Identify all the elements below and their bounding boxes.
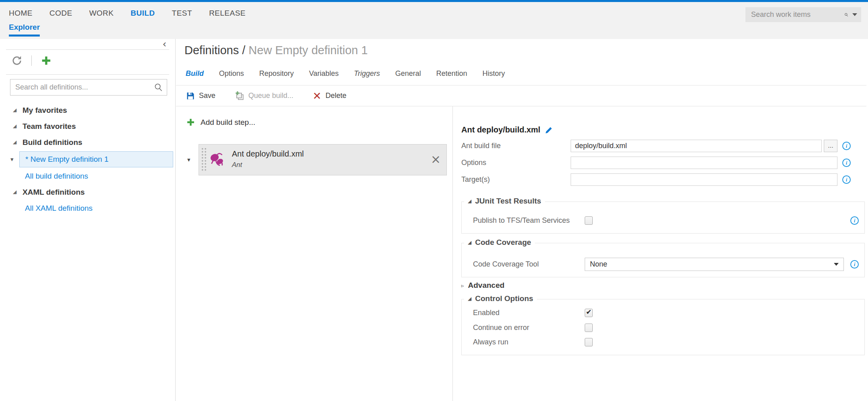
field-label: Always run bbox=[473, 338, 585, 346]
new-definition-icon[interactable] bbox=[41, 55, 52, 66]
tree-node-new-empty-definition[interactable]: * New Empty definition 1 bbox=[19, 151, 173, 167]
expander-icon[interactable]: ◢ bbox=[13, 123, 16, 129]
tree-node-label: Team favorites bbox=[23, 122, 76, 131]
tab-build[interactable]: Build bbox=[185, 68, 205, 79]
step-settings-title: Ant deploy/build.xml bbox=[461, 125, 540, 134]
queue-build-button[interactable]: Queue build... bbox=[235, 91, 293, 101]
field-label: Enabled bbox=[473, 309, 585, 317]
add-icon bbox=[186, 118, 195, 127]
tab-history[interactable]: History bbox=[482, 68, 506, 79]
rename-pencil-icon[interactable] bbox=[545, 126, 553, 134]
definition-editor: Definitions / New Empty definition 1 Bui… bbox=[176, 39, 868, 401]
nav-item-build[interactable]: BUILD bbox=[131, 9, 155, 18]
collapse-sidebar-icon[interactable]: ‹ bbox=[162, 40, 166, 49]
info-icon[interactable]: i bbox=[850, 260, 859, 269]
tree-node-all-build-definitions[interactable]: All build definitions bbox=[0, 168, 175, 184]
tab-explorer[interactable]: Explorer bbox=[9, 23, 40, 37]
save-button[interactable]: Save bbox=[186, 92, 215, 100]
build-step-type: Ant bbox=[232, 161, 242, 169]
pane-divider bbox=[452, 106, 453, 401]
expander-icon[interactable]: ◢ bbox=[13, 189, 16, 195]
nav-item-home[interactable]: HOME bbox=[9, 9, 33, 18]
definition-search-input[interactable] bbox=[15, 83, 154, 92]
info-icon[interactable]: i bbox=[842, 142, 851, 150]
refresh-icon[interactable] bbox=[11, 55, 23, 66]
code-coverage-tool-select[interactable]: None bbox=[585, 258, 844, 271]
continue-on-error-row: Continue on error bbox=[473, 324, 859, 332]
publish-to-tfs-checkbox[interactable] bbox=[585, 216, 593, 225]
field-label: Continue on error bbox=[473, 324, 585, 332]
build-step-card[interactable]: Ant deploy/build.xml Ant × bbox=[199, 144, 447, 175]
browse-button[interactable]: ... bbox=[824, 140, 837, 152]
tree-node-label: XAML definitions bbox=[23, 188, 85, 197]
options-row: Options i bbox=[461, 157, 851, 169]
add-build-step-button[interactable]: Add build step... bbox=[186, 118, 255, 127]
field-label: Code Coverage Tool bbox=[473, 260, 585, 269]
always-run-checkbox[interactable] bbox=[585, 338, 593, 346]
step-expander-icon[interactable]: ▾ bbox=[187, 156, 190, 163]
tree-node-label: My favorites bbox=[23, 106, 67, 115]
search-icon[interactable] bbox=[844, 10, 848, 19]
add-build-step-label: Add build step... bbox=[201, 118, 255, 127]
tab-retention[interactable]: Retention bbox=[436, 68, 468, 79]
enabled-checkbox[interactable] bbox=[585, 309, 593, 317]
control-options-section-header[interactable]: ◢ Control Options bbox=[464, 294, 537, 303]
selected-option: None bbox=[590, 260, 607, 269]
definition-toolbar: Save Queue build... ✕ Delete bbox=[176, 85, 866, 106]
breadcrumb-section[interactable]: Definitions / bbox=[184, 44, 246, 57]
nav-item-test[interactable]: TEST bbox=[172, 9, 192, 18]
divider bbox=[6, 49, 169, 50]
tree-node-team-favorites[interactable]: ◢ Team favorites bbox=[0, 118, 175, 134]
tab-triggers[interactable]: Triggers bbox=[353, 68, 381, 79]
dropdown-caret-icon bbox=[834, 263, 839, 266]
section-expander-icon[interactable]: ▹ bbox=[461, 283, 464, 289]
tree-node-my-favorites[interactable]: ◢ My favorites bbox=[0, 102, 175, 118]
info-icon[interactable]: i bbox=[850, 216, 859, 225]
tree-node-label: All XAML definitions bbox=[25, 204, 92, 213]
junit-section: ◢ JUnit Test Results Publish to TFS/Team… bbox=[461, 202, 865, 234]
ant-build-file-input[interactable] bbox=[571, 140, 822, 152]
delete-button[interactable]: ✕ Delete bbox=[313, 92, 346, 100]
expander-icon[interactable]: ◢ bbox=[13, 107, 16, 113]
tree-node-label: * New Empty definition 1 bbox=[25, 155, 108, 164]
expander-icon[interactable]: ◢ bbox=[13, 139, 16, 145]
section-expander-icon[interactable]: ◢ bbox=[468, 296, 471, 301]
code-coverage-section-header[interactable]: ◢ Code Coverage bbox=[464, 238, 535, 247]
advanced-section-header[interactable]: ▹ Advanced bbox=[461, 281, 504, 290]
expander-icon[interactable]: ▾ bbox=[10, 156, 14, 163]
tree-node-xaml-definitions[interactable]: ◢ XAML definitions bbox=[0, 184, 175, 200]
section-expander-icon[interactable]: ◢ bbox=[468, 198, 471, 204]
info-icon[interactable]: i bbox=[842, 159, 851, 167]
continue-on-error-checkbox[interactable] bbox=[585, 324, 593, 332]
work-item-search-input[interactable] bbox=[751, 10, 844, 19]
top-header: HOME CODE WORK BUILD TEST RELEASE Explor… bbox=[0, 2, 868, 39]
section-title: JUnit Test Results bbox=[475, 197, 541, 206]
targets-input[interactable] bbox=[571, 173, 837, 186]
nav-item-release[interactable]: RELEASE bbox=[209, 9, 246, 18]
tree-node-all-xaml-definitions[interactable]: All XAML definitions bbox=[0, 200, 175, 216]
section-expander-icon[interactable]: ◢ bbox=[468, 240, 471, 245]
queue-build-label: Queue build... bbox=[248, 92, 293, 100]
junit-section-header[interactable]: ◢ JUnit Test Results bbox=[464, 197, 545, 206]
delete-icon: ✕ bbox=[313, 92, 321, 100]
info-icon[interactable]: i bbox=[842, 175, 851, 184]
nav-item-code[interactable]: CODE bbox=[49, 9, 72, 18]
remove-step-icon[interactable]: × bbox=[431, 152, 441, 166]
work-item-search[interactable] bbox=[745, 7, 861, 22]
tab-options[interactable]: Options bbox=[218, 68, 245, 79]
options-input[interactable] bbox=[571, 157, 837, 169]
tab-repository[interactable]: Repository bbox=[258, 68, 295, 79]
control-options-section: ◢ Control Options Enabled Continue on er… bbox=[461, 299, 865, 355]
nav-item-work[interactable]: WORK bbox=[89, 9, 114, 18]
code-coverage-section: ◢ Code Coverage Code Coverage Tool None … bbox=[461, 243, 865, 277]
ant-task-icon bbox=[209, 151, 229, 169]
divider bbox=[6, 74, 169, 75]
definition-search[interactable] bbox=[10, 79, 167, 96]
tab-variables[interactable]: Variables bbox=[308, 68, 340, 79]
tab-general[interactable]: General bbox=[395, 68, 422, 79]
step-settings-panel: Ant deploy/build.xml Ant build file ... … bbox=[461, 106, 865, 401]
search-scope-caret-icon[interactable] bbox=[852, 13, 857, 16]
tree-node-build-definitions[interactable]: ◢ Build definitions bbox=[0, 134, 175, 151]
always-run-row: Always run bbox=[473, 338, 859, 346]
drag-handle-icon[interactable] bbox=[201, 147, 207, 172]
